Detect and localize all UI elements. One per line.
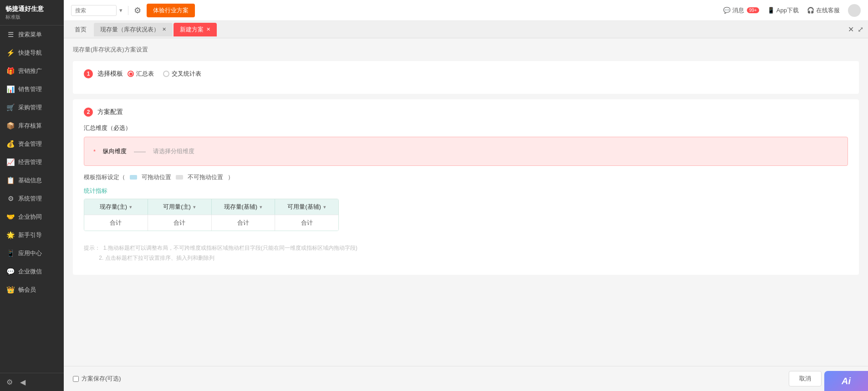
radio-cross[interactable]: 交叉统计表	[163, 70, 201, 78]
footer: 方案保存(可选) 取消 查询	[64, 366, 868, 391]
tab-inventory-close[interactable]: ✕	[162, 26, 166, 32]
radio-cross-circle	[163, 71, 169, 77]
dimension-label: 汇总维度（必选）	[84, 124, 848, 132]
nav-label: 企业协同	[18, 213, 42, 221]
nav-icon: 📊	[6, 85, 15, 93]
nav-label: 基础信息	[18, 176, 42, 185]
sidebar-item-采购管理[interactable]: 🛒采购管理	[0, 98, 64, 117]
required-star: *	[93, 148, 96, 155]
edition-label: 标准版	[5, 14, 58, 21]
stats-header-cell[interactable]: 现存量(基辅)▾	[212, 199, 276, 215]
drag-indicator	[130, 175, 137, 180]
radio-summary-label: 汇总表	[136, 70, 154, 78]
non-draggable-label: 不可拖动位置	[188, 173, 223, 181]
stats-table: 现存量(主)▾可用量(主)▾现存量(基辅)▾可用量(基辅)▾ 合计合计合计合计	[84, 199, 339, 231]
nav-label: 应用中心	[18, 249, 42, 257]
chevron-down-icon[interactable]: ▾	[193, 204, 196, 210]
expand-icon[interactable]: ⤢	[858, 25, 863, 34]
tab-new-plan-label: 新建方案	[180, 26, 204, 34]
cell-value: 合计	[174, 219, 185, 227]
user-avatar[interactable]	[848, 4, 861, 17]
settings-icon[interactable]: ⚙	[6, 378, 13, 386]
search-input[interactable]	[71, 5, 117, 16]
mobile-icon: 📱	[767, 7, 775, 14]
cell-value: 合计	[110, 219, 122, 227]
sidebar-item-基础信息[interactable]: 📋基础信息	[0, 171, 64, 190]
nav-label: 畅会员	[18, 286, 36, 294]
sidebar-item-畅会员[interactable]: 👑畅会员	[0, 281, 64, 299]
indicator-label-row: 模板指标设定（ 可拖动位置 不可拖动位置 ）	[84, 173, 848, 181]
chevron-down-icon[interactable]: ▾	[260, 204, 262, 210]
nav-icon: 🌟	[6, 231, 15, 239]
nav-icon: 💬	[6, 268, 15, 276]
template-radio-group: 汇总表 交叉统计表	[128, 70, 201, 78]
stats-header-cell[interactable]: 可用量(主)▾	[148, 199, 212, 215]
chevron-down-icon[interactable]: ▾	[129, 204, 132, 210]
nav-label: 企业微信	[18, 268, 42, 276]
settings-icon[interactable]: ⚙	[134, 5, 141, 15]
nav-label: 系统管理	[18, 195, 42, 203]
sidebar-item-搜索菜单[interactable]: ☰搜索菜单	[0, 26, 64, 44]
sidebar-item-企业协同[interactable]: 🤝企业协同	[0, 208, 64, 226]
sidebar-item-库存核算[interactable]: 📦库存核算	[0, 117, 64, 135]
sidebar-item-资金管理[interactable]: 💰资金管理	[0, 135, 64, 153]
sidebar-logo: 畅捷通好生意 标准版	[0, 0, 64, 26]
save-checkbox[interactable]: 方案保存(可选)	[73, 375, 121, 383]
tab-inventory[interactable]: 现存量（库存状况表） ✕	[94, 23, 173, 36]
trial-button[interactable]: 体验行业方案	[147, 4, 195, 17]
radio-cross-label: 交叉统计表	[172, 70, 201, 78]
nav-label: 销售管理	[18, 85, 42, 93]
cell-value: 合计	[301, 219, 313, 227]
sidebar-item-应用中心[interactable]: 📱应用中心	[0, 244, 64, 262]
stats-section-label: 统计指标	[84, 187, 848, 195]
indicator-settings: 模板指标设定（ 可拖动位置 不可拖动位置 ） 统计指标 现存量(主)▾可用量(主…	[84, 173, 848, 232]
ai-button[interactable]: Ai	[824, 371, 868, 391]
nav-icon: 💰	[6, 140, 15, 148]
messages-button[interactable]: 💬 消息 99+	[723, 6, 759, 15]
close-panel-icon[interactable]: ✕	[848, 25, 854, 34]
cell-value: 合计	[237, 219, 249, 227]
step1-badge: 1	[84, 69, 93, 78]
draggable-label: 可拖动位置	[142, 173, 171, 181]
nav-label: 快捷导航	[18, 49, 42, 57]
nav-icon: ⚡	[6, 49, 15, 57]
nav-icon: 📈	[6, 158, 15, 166]
app-download-label: App下载	[776, 6, 799, 15]
nav-icon: ⚙	[6, 195, 15, 203]
topbar-search: ▾	[71, 5, 123, 16]
dropdown-icon[interactable]: ▾	[119, 7, 123, 14]
main-area: ▾ ⚙ 体验行业方案 💬 消息 99+ 📱 App下载 🎧 在线客服 首页 现	[64, 0, 868, 391]
sidebar-item-销售管理[interactable]: 📊销售管理	[0, 80, 64, 98]
tab-home[interactable]: 首页	[68, 23, 93, 36]
col-label: 可用量(主)	[163, 203, 191, 211]
topbar: ▾ ⚙ 体验行业方案 💬 消息 99+ 📱 App下载 🎧 在线客服	[64, 0, 868, 21]
tab-new-plan-close[interactable]: ✕	[206, 26, 210, 32]
tab-new-plan[interactable]: 新建方案 ✕	[174, 23, 217, 36]
nav-icon: 👑	[6, 286, 15, 294]
sidebar-item-企业微信[interactable]: 💬企业微信	[0, 262, 64, 281]
radio-summary-circle	[128, 71, 134, 77]
collapse-icon[interactable]: ◀	[20, 378, 26, 386]
online-service-button[interactable]: 🎧 在线客服	[807, 6, 840, 15]
messages-badge: 99+	[747, 7, 759, 13]
dimension-inner: * 纵向维度 —— 请选择分组维度	[93, 147, 838, 155]
headphone-icon: 🎧	[807, 7, 814, 14]
sidebar-item-经营管理[interactable]: 📈经营管理	[0, 153, 64, 171]
step1-header: 1 选择模板 汇总表 交叉统计表	[84, 69, 848, 78]
chevron-down-icon[interactable]: ▾	[323, 204, 326, 210]
stats-data-cell: 合计	[84, 215, 148, 231]
cancel-button[interactable]: 取消	[789, 371, 822, 386]
topbar-right: 💬 消息 99+ 📱 App下载 🎧 在线客服	[723, 4, 861, 17]
sidebar-item-新手引导[interactable]: 🌟新手引导	[0, 226, 64, 244]
dimension-box: * 纵向维度 —— 请选择分组维度	[84, 137, 848, 166]
online-service-label: 在线客服	[816, 6, 840, 15]
stats-header-cell[interactable]: 现存量(主)▾	[84, 199, 148, 215]
sidebar-item-营销推广[interactable]: 🎁营销推广	[0, 62, 64, 80]
save-checkbox-input[interactable]	[73, 376, 79, 382]
stats-header-cell[interactable]: 可用量(基辅)▾	[275, 199, 338, 215]
radio-summary[interactable]: 汇总表	[128, 70, 154, 78]
app-download-button[interactable]: 📱 App下载	[767, 6, 799, 15]
indicator-label-text: 模板指标设定（	[84, 173, 125, 181]
sidebar-item-系统管理[interactable]: ⚙系统管理	[0, 190, 64, 208]
sidebar-item-快捷导航[interactable]: ⚡快捷导航	[0, 44, 64, 62]
